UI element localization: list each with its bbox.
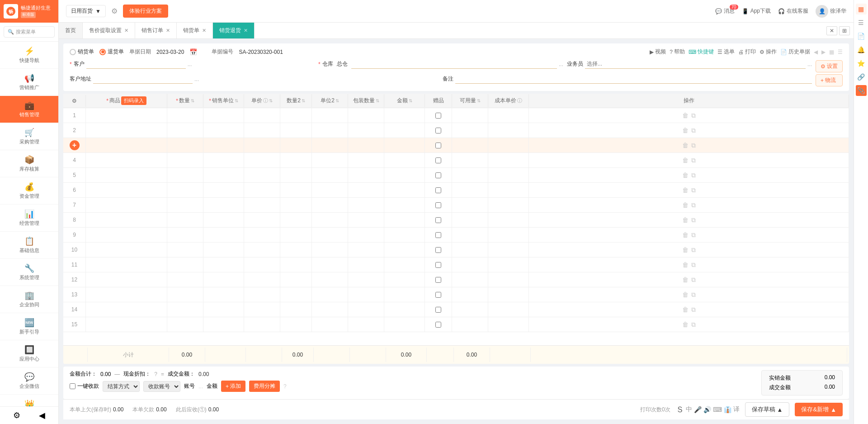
row-1-unit2[interactable] — [312, 108, 348, 123]
row-2-unit[interactable] — [203, 123, 244, 138]
copy-btn-2[interactable]: ⧉ — [691, 127, 696, 134]
row-1-price[interactable] — [244, 108, 280, 123]
keyboard-icon[interactable]: ⌨ — [713, 406, 722, 413]
row-3-price[interactable] — [244, 138, 280, 152]
qty2-sort-icon[interactable]: ⇅ — [302, 98, 305, 103]
row-3-product[interactable] — [86, 138, 167, 152]
row-2-product[interactable] — [86, 123, 167, 138]
scan-button[interactable]: 扫码录入 — [121, 96, 146, 105]
avail-sort-icon[interactable]: ⇅ — [477, 98, 481, 103]
row-3-gift[interactable] — [425, 138, 452, 152]
print-action[interactable]: 🖨 打印 — [738, 48, 756, 56]
delete-btn-3[interactable]: 🗑 — [682, 142, 689, 149]
row-2-gift[interactable] — [425, 123, 452, 138]
delete-btn-1[interactable]: 🗑 — [682, 112, 689, 119]
translate-icon[interactable]: 译 — [733, 405, 740, 414]
sidebar-item-inventory[interactable]: 📦 库存核算 — [0, 150, 58, 177]
row-1-avail[interactable] — [452, 108, 488, 123]
address-input[interactable] — [93, 74, 193, 84]
customer-dots[interactable]: ... — [188, 61, 192, 67]
address-dots[interactable]: ... — [194, 76, 199, 82]
add-payment-button[interactable]: + 添加 — [221, 381, 245, 392]
quick-payment-checkbox[interactable]: 一键收款 — [70, 382, 99, 390]
tab-sales-order[interactable]: 销售订单 ✕ — [135, 23, 177, 39]
tab-sales-return[interactable]: 销货退货 ✕ — [213, 23, 255, 39]
tab-expand-btn[interactable]: ⊞ — [839, 26, 850, 35]
row-2-unit2[interactable] — [312, 123, 348, 138]
expense-split-button[interactable]: 费用分摊 — [249, 381, 280, 392]
tab-home[interactable]: 首页 — [59, 23, 83, 39]
remark-input[interactable] — [455, 74, 812, 84]
product-input-3[interactable] — [88, 142, 165, 148]
app-download-item[interactable]: 📱 App下载 — [742, 7, 771, 15]
row-3-amount[interactable] — [384, 138, 425, 152]
save-new-button[interactable]: 保存&新增 ▲ — [795, 403, 843, 416]
unit2-sort-icon[interactable]: ⇅ — [335, 98, 339, 103]
right-panel-doc-icon[interactable]: 📄 — [856, 31, 867, 42]
account-select[interactable]: 收款账号 — [143, 381, 180, 392]
sidebar-item-enterprise[interactable]: 🏢 企业协同 — [0, 286, 58, 313]
user-item[interactable]: 👤 徐泽华 — [816, 5, 846, 18]
row-2-pack[interactable] — [348, 123, 384, 138]
right-panel-grid-icon[interactable]: ▦ — [856, 4, 867, 14]
salesperson-input[interactable] — [585, 59, 806, 69]
row-2-amount[interactable] — [384, 123, 425, 138]
gift-checkbox-2[interactable] — [427, 128, 450, 133]
expense-help-icon[interactable]: ? — [283, 383, 287, 390]
list-view-icon[interactable]: ☰ — [838, 49, 843, 55]
experience-button[interactable]: 体验行业方案 — [123, 5, 168, 18]
row-3-unit2[interactable] — [312, 138, 348, 152]
row-2-cost[interactable] — [488, 123, 529, 138]
sidebar-item-wechat[interactable]: 💬 企业微信 — [0, 367, 58, 395]
prev-record-icon[interactable]: ◀ — [814, 49, 818, 55]
online-service-item[interactable]: 🎧 在线客服 — [778, 7, 808, 15]
warehouse-dots[interactable]: ... — [559, 61, 563, 67]
right-panel-star-icon[interactable]: ⭐ — [856, 58, 867, 69]
search-menu-button[interactable]: 🔍 搜索菜单 — [4, 26, 55, 38]
unit-sort-icon[interactable]: ⇅ — [235, 98, 238, 103]
history-action[interactable]: 📄 历史单据 — [780, 48, 810, 56]
row-3-avail[interactable] — [452, 138, 488, 152]
tab-close-sales[interactable]: ✕ — [202, 28, 206, 33]
logistics-button[interactable]: + 物流 — [816, 74, 843, 86]
row-1-cost[interactable] — [488, 108, 529, 123]
radio-sales[interactable]: 销货单 — [70, 48, 94, 56]
topbar-gear-icon[interactable]: ⚙ — [111, 7, 118, 15]
warehouse-input[interactable] — [351, 59, 557, 69]
sidebar-item-sales[interactable]: 💼 销售管理 — [0, 96, 58, 123]
tab-close-sales-order[interactable]: ✕ — [166, 28, 170, 33]
row-2-avail[interactable] — [452, 123, 488, 138]
calendar-icon[interactable]: 📅 — [189, 48, 197, 56]
settlement-select[interactable]: 结算方式 — [103, 381, 140, 392]
row-1-qty2[interactable] — [280, 108, 312, 123]
row-3-unit[interactable] — [203, 138, 244, 152]
sidebar-item-member[interactable]: 👑 畅会员 — [0, 395, 58, 406]
speaker-icon[interactable]: 🔊 — [703, 406, 711, 413]
s-icon[interactable]: Ｓ — [676, 404, 684, 415]
th-settings[interactable]: ⚙ — [63, 95, 86, 107]
ops-action[interactable]: ⚙ 操作 — [760, 48, 777, 56]
product-input-1[interactable] — [88, 112, 165, 119]
quick-keys-action[interactable]: ⌨ 快捷键 — [689, 48, 714, 56]
sidebar-item-guide[interactable]: 🆕 新手引导 — [0, 313, 58, 340]
sidebar-item-app-center[interactable]: 🔲 应用中心 — [0, 340, 58, 367]
row-1-qty[interactable] — [167, 108, 203, 123]
form-settings-button[interactable]: ⚙ 设置 — [816, 60, 843, 72]
row-1-amount[interactable] — [384, 108, 425, 123]
row-1-pack[interactable] — [348, 108, 384, 123]
sidebar-item-purchase[interactable]: 🛒 采购管理 — [0, 123, 58, 150]
tab-close-price[interactable]: ✕ — [124, 28, 128, 33]
row-1-gift[interactable] — [425, 108, 452, 123]
sidebar-item-quick-nav[interactable]: ⚡ 快捷导航 — [0, 42, 58, 69]
shirt-icon[interactable]: 👔 — [724, 406, 731, 413]
row-3-pack[interactable] — [348, 138, 384, 152]
grid-view-icon[interactable]: ▦ — [829, 49, 834, 55]
right-panel-list-icon[interactable]: ☰ — [856, 17, 867, 28]
row-2-qty2[interactable] — [280, 123, 312, 138]
row-1-unit[interactable] — [203, 108, 244, 123]
copy-btn-3[interactable]: ⧉ — [691, 142, 696, 149]
right-panel-clip-icon[interactable]: 📎 — [856, 85, 867, 96]
discount-help-icon[interactable]: ? — [154, 371, 157, 377]
price-sort-icon[interactable]: ⇅ — [269, 98, 273, 103]
row-1-product[interactable] — [86, 108, 167, 123]
